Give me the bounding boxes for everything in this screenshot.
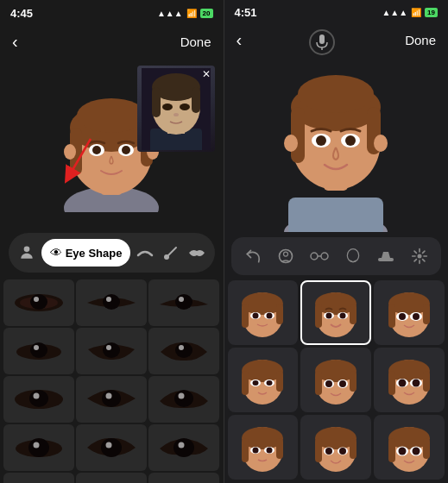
eye-option-4[interactable] <box>3 328 74 374</box>
wifi-icon-right: 📶 <box>411 8 421 17</box>
svg-point-103 <box>340 313 346 319</box>
extra-icon <box>411 248 428 265</box>
eye-option-8[interactable] <box>76 376 147 423</box>
svg-rect-115 <box>276 371 283 392</box>
svg-point-41 <box>175 342 192 358</box>
svg-point-37 <box>30 342 47 358</box>
eye-option-13[interactable] <box>3 473 74 483</box>
svg-point-53 <box>101 438 122 457</box>
svg-point-56 <box>179 442 185 448</box>
face-shape-icon <box>277 248 294 265</box>
back-button-right[interactable]: ‹ <box>237 30 243 50</box>
eyebrow-icon <box>136 247 154 259</box>
done-button-right[interactable]: Done <box>405 33 436 47</box>
face-option-7[interactable] <box>228 415 299 480</box>
tool-person[interactable] <box>16 239 38 267</box>
eye-shape-label: Eye Shape <box>66 247 123 260</box>
svg-point-111 <box>413 313 420 320</box>
eye-option-10[interactable] <box>3 424 74 471</box>
svg-point-52 <box>34 442 40 448</box>
svg-rect-123 <box>350 371 357 392</box>
tool-face-shape-right[interactable] <box>273 243 299 269</box>
svg-point-20 <box>162 104 173 110</box>
done-button-left[interactable]: Done <box>180 34 211 49</box>
face-option-2[interactable] <box>300 280 371 345</box>
svg-rect-64 <box>319 34 325 44</box>
eye-option-14[interactable] <box>76 473 147 483</box>
svg-point-49 <box>179 393 185 399</box>
svg-point-79 <box>374 135 388 152</box>
tool-eyebrow[interactable] <box>134 239 156 267</box>
svg-point-95 <box>267 313 273 319</box>
svg-point-55 <box>174 438 194 457</box>
svg-point-40 <box>106 345 111 350</box>
svg-point-78 <box>284 135 298 152</box>
svg-point-94 <box>253 313 259 319</box>
avatar-svg-right <box>267 60 405 232</box>
left-panel: 4:45 ▲▲▲ 📶 20 ‹ Done <box>0 0 224 483</box>
camera-preview: ✕ <box>137 66 215 152</box>
face-option-6[interactable] <box>374 348 445 412</box>
svg-rect-155 <box>423 438 430 459</box>
face-option-8[interactable] <box>300 415 371 480</box>
eye-option-7[interactable] <box>3 376 74 423</box>
eye-option-6[interactable] <box>148 328 219 374</box>
svg-rect-130 <box>388 371 395 395</box>
avatar-area-left: ✕ <box>0 57 224 229</box>
tool-extra-right[interactable] <box>407 243 432 269</box>
hat-icon <box>376 249 395 263</box>
battery-right: 19 <box>425 8 438 17</box>
svg-point-150 <box>325 448 332 455</box>
back-button-left[interactable]: ‹ <box>12 32 18 52</box>
svg-rect-19 <box>192 87 200 113</box>
tool-lash[interactable] <box>160 239 182 267</box>
svg-point-82 <box>311 253 318 260</box>
eye-option-1[interactable] <box>3 279 74 326</box>
svg-point-110 <box>399 313 406 320</box>
tool-head-right[interactable] <box>340 243 366 269</box>
eye-option-15[interactable] <box>148 473 219 483</box>
svg-point-118 <box>253 380 259 386</box>
svg-point-73 <box>298 75 374 113</box>
svg-point-32 <box>103 294 120 310</box>
tool-glasses-right[interactable] <box>306 243 332 269</box>
svg-point-81 <box>284 252 288 256</box>
svg-point-102 <box>326 313 332 319</box>
svg-point-25 <box>24 247 30 253</box>
face-option-4[interactable] <box>228 348 299 412</box>
eye-option-11[interactable] <box>76 424 147 471</box>
eye-option-9[interactable] <box>148 376 219 423</box>
svg-point-39 <box>103 342 120 358</box>
tool-lips[interactable] <box>186 239 208 267</box>
tool-eye-shape[interactable]: 👁 Eye Shape <box>41 239 131 267</box>
svg-point-44 <box>29 390 48 407</box>
face-option-3[interactable] <box>374 280 445 345</box>
status-bar-left: 4:45 ▲▲▲ 📶 20 <box>0 0 224 26</box>
status-icons-right: ▲▲▲ 📶 19 <box>382 8 438 17</box>
svg-rect-99 <box>350 304 357 324</box>
face-option-1[interactable] <box>228 280 299 345</box>
svg-point-143 <box>267 448 273 454</box>
glasses-icon <box>310 250 329 262</box>
mic-button[interactable] <box>309 29 335 55</box>
eye-option-5[interactable] <box>76 328 147 374</box>
face-option-5[interactable] <box>300 348 371 412</box>
svg-point-42 <box>179 345 184 350</box>
eye-option-2[interactable] <box>76 279 147 326</box>
camera-close-button[interactable]: ✕ <box>202 68 211 80</box>
eye-option-12[interactable] <box>148 424 219 471</box>
svg-point-51 <box>28 438 49 457</box>
tool-undo-right[interactable] <box>240 243 266 269</box>
signal-icon: ▲▲▲ <box>157 9 183 18</box>
tool-hat-right[interactable] <box>373 243 399 269</box>
wifi-icon: 📶 <box>186 9 197 18</box>
svg-rect-98 <box>315 304 322 328</box>
face-options-grid <box>224 277 449 483</box>
svg-rect-90 <box>242 304 249 328</box>
svg-rect-154 <box>388 438 395 462</box>
eye-option-3[interactable] <box>148 279 219 326</box>
svg-point-35 <box>179 297 184 302</box>
face-option-9[interactable] <box>374 415 445 480</box>
svg-point-48 <box>174 390 193 407</box>
svg-point-47 <box>106 393 112 399</box>
